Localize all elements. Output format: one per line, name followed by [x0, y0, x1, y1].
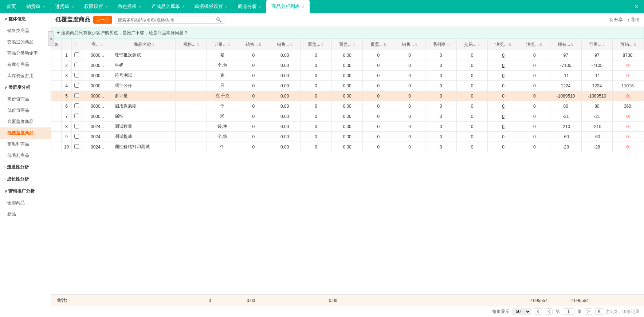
sidebar-item-low-value[interactable]: 低价值商品 [0, 105, 51, 116]
sidebar-item-low-margin[interactable]: 低毛利商品 [0, 150, 51, 161]
th-browse1[interactable]: 浏览...⇅ [488, 39, 519, 50]
sidebar-item-traded-products[interactable]: 交易过的商品 [0, 36, 51, 48]
last-page-btn[interactable]: K [595, 308, 603, 315]
th-spec[interactable]: 规格...⇅ [176, 39, 207, 50]
th-sales-amt[interactable]: 销售...⇅ [269, 39, 301, 50]
cell-browse1[interactable]: 0 [488, 81, 519, 91]
footer-sales-amt: 0.00 [230, 298, 271, 303]
tab-roles[interactable]: 角色授权 × [113, 0, 146, 13]
tab-sales[interactable]: 销货单 × [21, 0, 50, 13]
th-unit[interactable]: 计量...⇅ [207, 39, 238, 50]
cell-browse1[interactable]: 0 [488, 91, 519, 101]
tab-permissions-close[interactable]: × [105, 4, 107, 9]
sidebar-item-new-products[interactable]: 新品 [0, 209, 51, 220]
page-number-input[interactable] [563, 308, 574, 315]
th-sales-qty[interactable]: 销售...⇅ [238, 39, 269, 50]
per-page-select[interactable]: 50 20 100 [513, 308, 531, 315]
th-name[interactable]: 商品名称⇅ [113, 39, 175, 50]
cell-check[interactable] [72, 91, 82, 101]
search-icon[interactable]: 🔍 [216, 17, 222, 23]
sidebar-section-overall[interactable]: ∨ 整体信息 [0, 13, 51, 25]
row-checkbox[interactable] [74, 144, 79, 149]
sidebar-item-sales-products[interactable]: 销售类商品 [0, 25, 51, 36]
cell-check[interactable] [72, 50, 82, 60]
sidebar-item-low-coverage[interactable]: 低覆盖度商品 [0, 127, 51, 139]
next-page-btn[interactable]: > [585, 308, 592, 315]
cell-check[interactable] [72, 111, 82, 122]
tab-sales-close[interactable]: × [43, 4, 45, 9]
close-all-tabs[interactable]: × [631, 3, 643, 10]
sidebar-collapse-button[interactable]: « [48, 31, 54, 46]
cell-browse1[interactable]: 0 [488, 101, 519, 111]
cell-settings [51, 60, 62, 71]
share-button[interactable]: ⎘ 分享 [610, 17, 623, 23]
period-button[interactable]: 近一月 [93, 16, 112, 24]
sidebar-item-high-margin[interactable]: 高毛利商品 [0, 139, 51, 150]
tab-product-analysis[interactable]: 商品分析 × [233, 0, 266, 13]
th-cover3[interactable]: 覆盖...⇅ [363, 39, 394, 50]
tab-permissions[interactable]: 权限设置 × [79, 0, 113, 13]
first-page-btn[interactable]: K [534, 308, 542, 315]
sidebar-item-capital-occupancy[interactable]: 库存资金占用 [0, 70, 51, 82]
tab-product-analysis-list[interactable]: 商品分析列表 × [266, 0, 309, 13]
cell-check[interactable] [72, 101, 82, 111]
tab-purchase-close[interactable]: × [71, 4, 74, 9]
cell-check[interactable] [72, 71, 82, 81]
th-gross-margin[interactable]: 毛利率⇅ [425, 39, 456, 50]
sidebar-item-stock-products[interactable]: 有库存商品 [0, 59, 51, 70]
cell-check[interactable] [72, 122, 82, 132]
row-checkbox[interactable] [74, 114, 79, 118]
cell-browse2: 0 [519, 132, 550, 142]
row-checkbox[interactable] [74, 134, 79, 139]
th-cover2[interactable]: 覆盖...⇅ [331, 39, 363, 50]
sidebar-section-cluster[interactable]: ∨ 类群度分析 [0, 82, 51, 94]
th-browse2[interactable]: 浏览...⇅ [519, 39, 550, 50]
tab-product-analysis-list-close[interactable]: × [302, 4, 304, 9]
row-checkbox[interactable] [74, 63, 79, 67]
cell-check[interactable] [72, 132, 82, 142]
row-checkbox[interactable] [74, 124, 79, 128]
tab-finished-goods-close[interactable]: × [182, 4, 184, 9]
row-checkbox[interactable] [74, 103, 79, 108]
th-transaction[interactable]: 交易...⇅ [456, 39, 488, 50]
tab-home[interactable]: 首页 [1, 0, 21, 13]
row-checkbox[interactable] [74, 93, 79, 98]
sidebar-section-circulation[interactable]: › 流通性分析 [0, 161, 51, 173]
cell-browse1[interactable]: 0 [488, 132, 519, 142]
cell-check[interactable] [72, 81, 82, 91]
cell-check[interactable] [72, 142, 82, 152]
cell-browse1[interactable]: 0 [488, 60, 519, 71]
search-input[interactable] [118, 17, 216, 23]
sidebar-item-high-value[interactable]: 高价值商品 [0, 94, 51, 105]
cell-browse1[interactable]: 0 [488, 71, 519, 81]
cell-browse1[interactable]: 0 [488, 142, 519, 152]
th-sales-detail[interactable]: 销售...⇅ [394, 39, 425, 50]
tab-product-analysis-close[interactable]: × [259, 4, 261, 9]
th-current-stock[interactable]: 现有...⇅ [550, 39, 581, 50]
tab-template[interactable]: 单据模板设置 × [189, 0, 232, 13]
sidebar-section-marketing[interactable]: ∨ 营销推广分析 [0, 185, 51, 197]
sidebar-item-all-products[interactable]: 全部商品 [0, 197, 51, 209]
tab-purchase[interactable]: 进货单 × [50, 0, 79, 13]
tab-finished-goods[interactable]: 产成品入库单 × [146, 0, 189, 13]
cell-browse1[interactable]: 0 [488, 111, 519, 122]
th-saleable[interactable]: 可销...⇅ [613, 39, 644, 50]
th-cover1[interactable]: 覆盖...⇅ [301, 39, 332, 50]
cell-browse1[interactable]: 0 [488, 122, 519, 132]
sidebar-item-category-rate[interactable]: 商品分类动销率 [0, 48, 51, 59]
tab-roles-close[interactable]: × [139, 4, 141, 9]
th-available[interactable]: 可用...⇅ [581, 39, 613, 50]
row-checkbox[interactable] [74, 73, 79, 78]
sidebar-item-high-coverage[interactable]: 高覆盖度商品 [0, 116, 51, 127]
sidebar-section-growth[interactable]: › 成长性分析 [0, 173, 51, 185]
row-checkbox[interactable] [74, 52, 79, 57]
export-button[interactable]: ↑ 导出 [627, 17, 640, 23]
table-container[interactable]: ⚙ ☐ 商...⇅ 商品名称⇅ 规格...⇅ 计量...⇅ 销售...⇅ 销售.… [51, 39, 644, 294]
th-code[interactable]: 商...⇅ [82, 39, 113, 50]
prev-page-btn[interactable]: < [545, 308, 553, 315]
row-checkbox[interactable] [74, 83, 79, 88]
tab-template-close[interactable]: × [225, 4, 227, 9]
th-check[interactable]: ☐ [72, 39, 82, 50]
cell-check[interactable] [72, 60, 82, 71]
cell-browse1[interactable]: 0 [488, 50, 519, 60]
